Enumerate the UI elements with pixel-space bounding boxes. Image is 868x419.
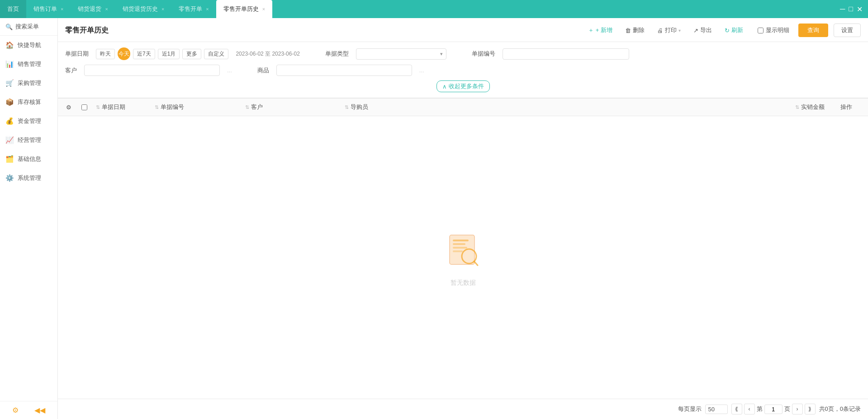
th-billno-sort-icon: ⇅: [155, 104, 159, 110]
customer-dots-icon[interactable]: ...: [227, 67, 232, 74]
th-date[interactable]: ⇅ 单据日期: [92, 103, 151, 111]
select-all-checkbox[interactable]: [81, 104, 87, 110]
date-btn-1month[interactable]: 近1月: [158, 49, 180, 59]
customer-input[interactable]: [84, 65, 220, 76]
setting-button[interactable]: 设置: [834, 24, 861, 37]
page-number-input[interactable]: [764, 405, 783, 414]
th-customer[interactable]: ⇅ 客户: [242, 103, 341, 111]
prev-page-button[interactable]: ‹: [744, 404, 755, 414]
goods-label: 商品: [257, 66, 269, 75]
date-range-text: 2023-06-02 至 2023-06-02: [236, 50, 299, 58]
print-icon: 🖨: [657, 27, 663, 34]
tab-sales-order[interactable]: 销售订单 ×: [26, 0, 71, 18]
add-button[interactable]: ＋ + 新增: [584, 24, 616, 36]
collapse-button[interactable]: ∧ 收起更多条件: [436, 80, 490, 92]
svg-rect-2: [453, 243, 465, 245]
print-label: 打印: [665, 26, 677, 34]
tab-retail-open-history[interactable]: 零售开单历史 ×: [216, 0, 272, 18]
page-header: 零售开单历史 ＋ + 新增 🗑 删除 🖨 打印 ▾ ↗ 导出: [58, 18, 868, 42]
sidebar-item-basic-info[interactable]: 🗂️ 基础信息: [0, 150, 57, 169]
bill-no-label: 单据编号: [472, 50, 495, 58]
date-btn-yesterday[interactable]: 昨天: [96, 49, 115, 59]
sidebar-item-inventory[interactable]: 📦 库存核算: [0, 93, 57, 112]
query-button[interactable]: 查询: [798, 24, 828, 37]
sidebar-item-finance-label: 资金管理: [18, 117, 41, 125]
goods-dots-icon[interactable]: ...: [419, 67, 424, 74]
export-button[interactable]: ↗ 导出: [690, 24, 716, 36]
maximize-icon[interactable]: □: [849, 5, 853, 13]
per-page-select[interactable]: 50 100 200: [705, 405, 728, 414]
tab-retail-open[interactable]: 零售开单 ×: [171, 0, 216, 18]
close-icon[interactable]: ✕: [857, 5, 863, 14]
date-btn-more[interactable]: 更多: [182, 49, 201, 59]
page-title: 零售开单历史: [65, 26, 109, 35]
window-controls: ─ □ ✕: [840, 5, 868, 14]
tab-sales-return-history[interactable]: 销货退货历史 ×: [115, 0, 171, 18]
table-area: ⚙ ⇅ 单据日期 ⇅ 单据编号 ⇅ 客户 ⇅: [58, 98, 868, 399]
refresh-icon: ↻: [725, 27, 730, 34]
display-cols-checkbox[interactable]: [758, 28, 764, 33]
empty-state: 暂无数据: [58, 116, 868, 399]
goods-input[interactable]: [276, 65, 412, 76]
tab-sales-return-history-close[interactable]: ×: [161, 6, 164, 12]
sidebar-item-sales[interactable]: 📊 销售管理: [0, 55, 57, 74]
inventory-icon: 📦: [5, 98, 14, 106]
display-cols-label: 显示明细: [766, 26, 789, 34]
delete-button[interactable]: 🗑 删除: [621, 24, 648, 36]
settings-gear-icon[interactable]: ⚙: [12, 406, 19, 414]
th-billno[interactable]: ⇅ 单据编号: [151, 103, 242, 111]
sidebar-item-finance[interactable]: 💰 资金管理: [0, 112, 57, 131]
bill-no-input[interactable]: [503, 48, 629, 60]
date-btn-7days[interactable]: 近7天: [133, 49, 155, 59]
empty-text: 暂无数据: [451, 279, 476, 287]
tab-sales-return[interactable]: 销货退货 ×: [71, 0, 115, 18]
filter-row-1: 单据日期 昨天 今天 近7天 近1月 更多 自定义 2023-06-02 至 2…: [65, 47, 861, 60]
date-filter-buttons: 昨天 今天 近7天 近1月 更多 自定义: [96, 47, 228, 60]
collapse-row: ∧ 收起更多条件: [65, 80, 861, 92]
sidebar-item-purchase[interactable]: 🛒 采购管理: [0, 74, 57, 93]
tab-sales-order-close[interactable]: ×: [61, 6, 63, 12]
refresh-button[interactable]: ↻ 刷新: [721, 24, 747, 36]
tab-sales-return-history-label: 销货退货历史: [123, 5, 158, 13]
next-page-button[interactable]: ›: [792, 404, 803, 414]
th-amount-label: 实销金额: [801, 103, 825, 111]
tab-sales-return-label: 销货退货: [78, 5, 101, 13]
first-page-button[interactable]: ⟪: [731, 404, 742, 414]
sidebar-search[interactable]: 🔍 搜索采单: [0, 18, 57, 36]
sidebar-item-basic-info-label: 基础信息: [18, 155, 41, 163]
pagination-bar: 每页显示 50 100 200 ⟪ ‹ 第 页 › ⟫ 共0页，0条记录: [58, 399, 868, 419]
sidebar: 🔍 搜索采单 🏠 快捷导航 📊 销售管理 🛒 采购管理 📦 库存核算 💰 资金管…: [0, 18, 58, 419]
th-salesperson-sort-icon: ⇅: [345, 104, 349, 110]
svg-rect-1: [453, 240, 469, 241]
date-btn-today[interactable]: 今天: [118, 47, 130, 60]
empty-illustration: [441, 228, 486, 273]
tab-retail-open-close[interactable]: ×: [206, 6, 209, 12]
tab-sales-order-label: 销售订单: [33, 5, 57, 13]
tab-retail-open-history-close[interactable]: ×: [262, 6, 265, 12]
sidebar-item-navigation[interactable]: 🏠 快捷导航: [0, 36, 57, 55]
top-tabbar: 首页 销售订单 × 销货退货 × 销货退货历史 × 零售开单 × 零售开单历史 …: [0, 0, 868, 18]
collapse-sidebar-icon[interactable]: ◀◀: [34, 406, 45, 414]
sidebar-item-system[interactable]: ⚙️ 系统管理: [0, 169, 57, 188]
th-checkbox: [76, 104, 92, 110]
sidebar-item-operations-label: 经营管理: [18, 136, 41, 144]
tab-home[interactable]: 首页: [0, 0, 26, 18]
header-actions: ＋ + 新增 🗑 删除 🖨 打印 ▾ ↗ 导出 ↻: [584, 24, 861, 37]
tab-sales-return-close[interactable]: ×: [105, 6, 108, 12]
display-cols-button[interactable]: 显示明细: [754, 24, 793, 36]
th-amount[interactable]: ⇅ 实销金额: [765, 103, 828, 111]
refresh-label: 刷新: [731, 26, 743, 34]
bill-type-select[interactable]: [356, 48, 446, 60]
svg-point-6: [465, 252, 474, 261]
sidebar-item-sales-label: 销售管理: [18, 60, 41, 68]
last-page-button[interactable]: ⟫: [805, 404, 816, 414]
minimize-icon[interactable]: ─: [840, 5, 845, 13]
column-settings-icon[interactable]: ⚙: [66, 104, 71, 111]
date-btn-custom[interactable]: 自定义: [204, 49, 228, 59]
sidebar-item-operations[interactable]: 📈 经营管理: [0, 131, 57, 150]
system-icon: ⚙️: [5, 174, 14, 182]
print-button[interactable]: 🖨 打印 ▾: [654, 24, 684, 36]
th-salesperson[interactable]: ⇅ 导购员: [341, 103, 409, 111]
th-date-sort-icon: ⇅: [96, 104, 100, 110]
th-settings[interactable]: ⚙: [62, 104, 76, 111]
